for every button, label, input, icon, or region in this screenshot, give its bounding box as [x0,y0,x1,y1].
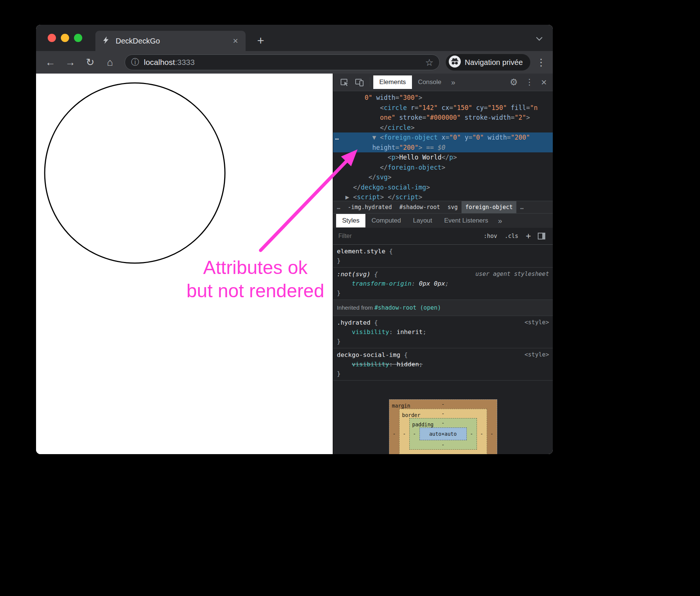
tree-line[interactable]: one" stroke="#000000" stroke-width="2"> [333,113,553,123]
border-top-value[interactable]: - [441,409,444,418]
style-rule-not-svg[interactable]: :not(svg) { user agent stylesheet transf… [333,268,553,300]
tree-line[interactable]: </circle> [333,123,553,133]
rule-close-brace: } [337,256,549,265]
browser-menu-icon[interactable]: ⋮ [536,57,546,68]
tree-line[interactable]: height="200"> == $0 [333,143,553,153]
page-circle-graphic [44,82,226,264]
reload-button[interactable]: ↻ [83,57,98,68]
tree-line[interactable]: ▶ <script> </script> [333,192,553,201]
box-model-margin[interactable]: margin - - border - - [389,399,497,454]
devtools-tab-elements[interactable]: Elements [373,75,412,89]
shadow-root-link[interactable]: #shadow-root (open) [374,304,441,311]
dom-breadcrumb: … -img.hydrated #shadow-root svg foreign… [333,201,553,213]
content-size-value: auto×auto [429,429,457,439]
site-info-icon[interactable]: ⓘ [131,57,139,68]
rule-origin[interactable]: <style> [525,318,549,327]
devtools-settings-gear-icon[interactable]: ⚙ [510,77,518,87]
tree-line[interactable]: ▼ <foreign-object x="0" y="0" width="200… [333,132,553,143]
breadcrumb-item[interactable]: -img.hydrated [344,201,395,213]
margin-top-value[interactable]: - [441,400,444,409]
rule-selector: deckgo-social-img { [337,350,408,360]
tab-title: DeckDeckGo [116,37,232,45]
traffic-lights [48,34,82,42]
border-right-value[interactable]: - [477,429,487,439]
browser-window: DeckDeckGo × + ← → ↻ ⌂ ⓘ localhost:3333 … [36,25,553,454]
box-model-diagram: margin - - border - - [333,399,553,454]
more-tabs-icon[interactable]: » [447,78,459,87]
annotation-line2: but not rendered [158,279,353,303]
style-rule-hydrated[interactable]: .hydrated { <style> visibility: inherit;… [333,316,553,348]
inspect-element-icon[interactable] [340,78,349,87]
box-model-content[interactable]: auto×auto [419,427,467,440]
device-toolbar-icon[interactable] [355,78,364,87]
padding-left-value[interactable]: - [410,429,419,439]
toggle-hover-state-button[interactable]: :hov [484,233,497,239]
margin-left-value[interactable]: - [389,429,399,439]
tab-overflow-chevron-icon[interactable] [536,36,543,43]
tree-line[interactable]: 0" width="300"> [333,93,553,103]
styles-filter-input[interactable] [338,232,480,240]
home-button[interactable]: ⌂ [103,57,118,68]
toggle-sidebar-panel-icon[interactable] [538,233,545,239]
breadcrumb-overflow-right[interactable]: … [516,201,527,213]
tab-styles[interactable]: Styles [336,214,365,227]
border-left-value[interactable]: - [400,429,409,439]
rule-close-brace: } [337,369,549,378]
tab-close-icon[interactable]: × [232,36,239,45]
style-rule-element-style[interactable]: element.style { } [333,245,553,268]
toggle-class-button[interactable]: .cls [505,233,518,239]
tab-event-listeners[interactable]: Event Listeners [438,214,494,227]
rule-origin[interactable]: <style> [525,350,549,360]
tab-strip: DeckDeckGo × + [36,25,553,51]
breadcrumb-item[interactable]: #shadow-root [395,201,444,213]
incognito-label: Navigation privée [465,58,523,67]
annotation-text: Attributes ok but not rendered [158,256,353,303]
padding-bottom-value[interactable]: - [441,440,444,450]
padding-label: padding [412,420,434,429]
css-declaration[interactable]: visibility: inherit; [337,327,549,337]
rule-selector: .hydrated { [337,318,378,327]
tree-line[interactable]: <circle r="142" cx="150" cy="150" fill="… [333,103,553,113]
tree-selected-node[interactable]: … ▼ <foreign-object x="0" y="0" width="2… [333,132,553,152]
box-model-border[interactable]: border - - padding - [399,409,487,454]
css-declaration-struck[interactable]: visibility: hidden; [337,360,549,369]
fullscreen-window-button[interactable] [74,34,82,42]
devtools-tab-console[interactable]: Console [412,75,447,89]
border-bottom-value[interactable]: - [441,450,444,455]
url-text[interactable]: localhost:3333 [144,58,425,67]
devtools-close-icon[interactable]: × [541,77,547,88]
breadcrumb-overflow-left[interactable]: … [333,201,344,213]
breadcrumb-item[interactable]: svg [444,201,462,213]
tree-line[interactable]: </foreign-object> [333,163,553,173]
devtools-menu-icon[interactable]: ⋮ [525,77,534,87]
breadcrumb-item-selected[interactable]: foreign-object [462,201,516,213]
inherited-prefix: Inherited from [337,304,374,311]
devtools-panel: Elements Console » ⚙ ⋮ × 0" width="300">… [333,74,553,454]
tree-line[interactable]: </svg> [333,172,553,182]
new-style-rule-button[interactable]: + [526,232,531,241]
close-window-button[interactable] [48,34,56,42]
address-bar[interactable]: ⓘ localhost:3333 ☆ [125,54,440,70]
back-button[interactable]: ← [43,57,58,68]
tree-line[interactable]: </deckgo-social-img> [333,182,553,193]
tab-computed[interactable]: Computed [365,214,407,227]
more-sidebar-tabs-icon[interactable]: » [494,217,506,225]
box-model-padding[interactable]: padding - - auto×auto [409,418,477,450]
new-tab-button[interactable]: + [253,33,268,48]
tab-layout[interactable]: Layout [407,214,438,227]
node-more-actions-icon[interactable]: … [335,132,339,143]
css-declaration[interactable]: transform-origin: 0px 0px; [337,279,549,288]
margin-right-value[interactable]: - [487,429,497,439]
tab-favicon-lightning-icon [102,36,110,46]
browser-tab[interactable]: DeckDeckGo × [95,31,246,51]
bookmark-star-icon[interactable]: ☆ [425,57,433,68]
padding-top-value[interactable]: - [441,418,444,428]
style-rule-deckgo-social-img[interactable]: deckgo-social-img { <style> visibility: … [333,348,553,381]
url-host: localhost [144,58,175,66]
minimize-window-button[interactable] [61,34,69,42]
padding-right-value[interactable]: - [467,429,477,439]
forward-button[interactable]: → [63,57,78,68]
incognito-badge: Navigation privée [446,54,530,71]
rule-close-brace: } [337,337,549,346]
tree-line[interactable]: <p>Hello World</p> [333,152,553,163]
